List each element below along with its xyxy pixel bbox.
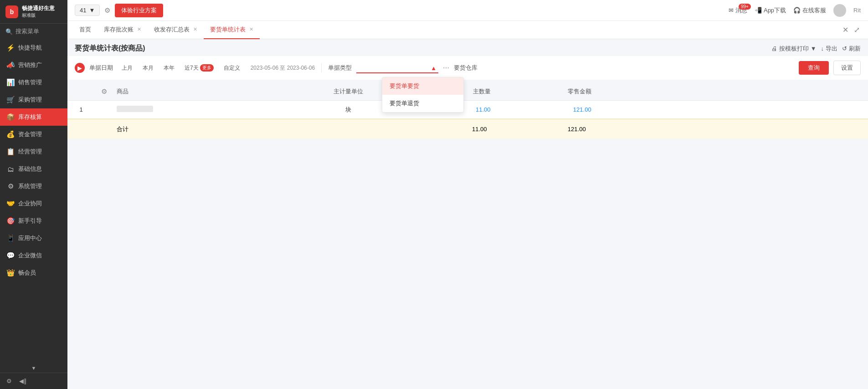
tab-inventory-batch[interactable]: 库存批次账 ✕ (98, 21, 148, 39)
system-icon: ⚙ (6, 182, 15, 190)
avatar[interactable] (833, 4, 846, 17)
collapse-button[interactable]: ◀‖ (19, 378, 27, 384)
set-button[interactable]: 设置 (833, 61, 861, 75)
sidebar-search[interactable]: 🔍 搜索菜单 (0, 24, 67, 39)
purchase-icon: 🛒 (6, 96, 15, 104)
date-pill-this-month[interactable]: 本月 (139, 62, 158, 74)
filter-expand-button[interactable]: ▶ (75, 63, 85, 73)
sidebar-item-purchase[interactable]: 🛒 采购管理 (0, 91, 67, 108)
print-icon: 🖨 (771, 45, 777, 52)
col-header-product: 商品 (113, 87, 300, 96)
footer-label: 合计 (113, 125, 303, 133)
sidebar-nav: ⚡ 快捷导航 📣 营销推广 📊 销售管理 🛒 采购管理 📦 库存核算 💰 资金管… (0, 39, 67, 363)
basic-icon: 🗂 (6, 165, 15, 173)
warehouse-filter-label: 要货仓库 (454, 64, 478, 72)
tab-close-receivable-summary[interactable]: ✕ (193, 26, 197, 32)
sidebar-item-system[interactable]: ⚙ 系统管理 (0, 178, 67, 195)
date-range-text: 2023-05-06 至 2023-06-06 (251, 64, 315, 72)
sidebar: b 畅捷通好生意 标准版 🔍 搜索菜单 ⚡ 快捷导航 📣 营销推广 📊 销售管理… (0, 0, 67, 389)
export-button[interactable]: ↓ 导出 (821, 45, 838, 53)
messages-item[interactable]: ✉ 消息 99+ (729, 6, 747, 15)
sidebar-item-quick-nav[interactable]: ⚡ 快捷导航 (0, 39, 67, 56)
search-icon: 🔍 (5, 28, 13, 35)
footer-amount: 121.00 (494, 126, 593, 133)
page-title: 要货单统计表(按商品) (75, 44, 145, 53)
tab-close-order-stats[interactable]: ✕ (249, 26, 253, 32)
sidebar-item-sales[interactable]: 📊 销售管理 (0, 74, 67, 91)
wechat-icon: 💬 (6, 251, 15, 260)
date-pills: 上月 本月 本年 近7天 更多 自定义 (118, 62, 244, 74)
date-filter-label: 单据日期 (89, 64, 113, 72)
trial-button[interactable]: 体验行业方案 (115, 4, 163, 17)
app-download-item[interactable]: 📲 App下载 (755, 6, 786, 15)
settings-button[interactable]: ⚙ (6, 378, 12, 384)
col-header-settings[interactable]: ⚙ (95, 87, 113, 96)
amount-link[interactable]: 121.00 (573, 106, 591, 113)
tab-fullscreen-icon[interactable]: ⤢ (851, 26, 863, 34)
sidebar-item-app-center[interactable]: 📱 应用中心 (0, 230, 67, 247)
logo-icon: b (5, 5, 18, 18)
page-actions: 🖨 按模板打印 ▼ ↓ 导出 ↺ 刷新 (771, 45, 861, 53)
logo-text: 畅捷通好生意 标准版 (22, 5, 55, 19)
logo-area: b 畅捷通好生意 标准版 (0, 0, 67, 24)
sidebar-item-inventory[interactable]: 📦 库存核算 (0, 108, 67, 126)
sidebar-item-operation[interactable]: 📋 经营管理 (0, 143, 67, 160)
refresh-button[interactable]: ↺ 刷新 (842, 45, 861, 53)
date-pill-this-year[interactable]: 本年 (159, 62, 179, 74)
export-icon: ↓ (821, 45, 824, 52)
qty-link[interactable]: 11.00 (476, 106, 491, 113)
member-icon: 👑 (6, 269, 15, 277)
enterprise-icon: 🤝 (6, 200, 15, 208)
tab-close-all-icon[interactable]: ✕ (840, 26, 851, 34)
table-settings-icon[interactable]: ⚙ (101, 87, 107, 95)
app-center-icon: 📱 (6, 234, 15, 242)
sidebar-item-member[interactable]: 👑 畅会员 (0, 264, 67, 282)
top-header: 41 ▼ ⚙ 体验行业方案 ✉ 消息 99+ 📲 App下载 🎧 在线客服 Ri… (67, 0, 868, 21)
footer-qty: 11.00 (395, 126, 494, 133)
product-placeholder (117, 106, 153, 112)
tab-receivable-summary[interactable]: 收发存汇总表 ✕ (148, 21, 204, 39)
store-selector[interactable]: 41 ▼ (75, 5, 100, 16)
row-amount: 121.00 (498, 106, 599, 113)
print-button[interactable]: 🖨 按模板打印 ▼ (771, 45, 817, 53)
sidebar-item-marketing[interactable]: 📣 营销推广 (0, 56, 67, 74)
refresh-icon: ↺ (842, 45, 847, 52)
inventory-icon: 📦 (6, 113, 15, 121)
table-footer: 合计 11.00 121.00 (67, 119, 868, 139)
header-left: 41 ▼ ⚙ 体验行业方案 (75, 4, 163, 17)
dropdown-item-order-goods[interactable]: 要货单要货 (382, 77, 463, 95)
message-icon: ✉ (729, 7, 734, 14)
tab-close-inventory-batch[interactable]: ✕ (137, 26, 141, 32)
col-header-amount: 零售金额 (498, 87, 599, 96)
sidebar-item-basic[interactable]: 🗂 基础信息 (0, 160, 67, 178)
finance-icon: 💰 (6, 130, 15, 138)
header-gear-icon[interactable]: ⚙ (104, 6, 110, 15)
query-button[interactable]: 查询 (799, 61, 829, 75)
sidebar-bottom: ⚙ ◀‖ (0, 373, 67, 389)
dropdown-item-order-return[interactable]: 要货单退货 (382, 95, 463, 112)
online-service-item[interactable]: 🎧 在线客服 (793, 6, 826, 15)
type-chevron-up-icon[interactable]: ▲ (431, 65, 437, 72)
sidebar-item-wechat[interactable]: 💬 企业微信 (0, 247, 67, 264)
header-right: ✉ 消息 99+ 📲 App下载 🎧 在线客服 Rit (729, 4, 861, 17)
service-icon: 🎧 (793, 7, 801, 14)
date-pill-last7days[interactable]: 近7天 更多 (180, 62, 218, 74)
quick-nav-icon: ⚡ (6, 44, 15, 52)
type-filter-label: 单据类型 (328, 64, 352, 72)
date-pill-custom[interactable]: 自定义 (220, 62, 244, 74)
table-row: 1 块 11.00 121.00 (67, 101, 868, 119)
type-filter-input[interactable] (356, 63, 438, 73)
table-header-row: ⚙ 商品 主计量单位 主数量 零售金额 (67, 82, 868, 101)
tab-order-stats[interactable]: 要货单统计表 ✕ (204, 21, 260, 39)
filter-more-btn[interactable]: ⋯ (443, 64, 449, 72)
sales-icon: 📊 (6, 78, 15, 87)
guide-icon: 🎯 (6, 217, 15, 225)
sidebar-item-finance[interactable]: 💰 资金管理 (0, 126, 67, 143)
download-icon: 📲 (755, 7, 762, 14)
sidebar-item-enterprise[interactable]: 🤝 企业协同 (0, 195, 67, 212)
tab-home[interactable]: 首页 (73, 21, 98, 39)
sidebar-item-guide[interactable]: 🎯 新手引导 (0, 212, 67, 230)
date-pill-prev-month[interactable]: 上月 (118, 62, 137, 74)
sidebar-scroll-down[interactable]: ▼ (0, 363, 67, 373)
type-filter-wrap: ▲ (356, 63, 438, 73)
